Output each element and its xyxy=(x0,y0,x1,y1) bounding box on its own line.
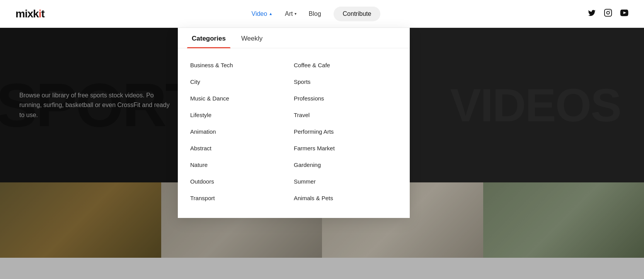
contribute-button[interactable]: Contribute xyxy=(334,7,381,21)
dropdown-item[interactable]: Music & Dance xyxy=(190,91,294,106)
svg-rect-0 xyxy=(605,9,612,16)
dropdown-item[interactable]: Outdoors xyxy=(190,174,294,189)
art-chevron-icon: ▾ xyxy=(295,12,296,16)
logo[interactable]: mixkit xyxy=(15,8,44,20)
dropdown-item[interactable]: Animals & Pets xyxy=(294,191,397,206)
nav-video[interactable]: Video ▲ xyxy=(252,10,273,17)
dropdown-item[interactable]: Nature xyxy=(190,157,294,172)
twitter-icon[interactable] xyxy=(588,9,596,19)
tab-categories[interactable]: Categories xyxy=(187,28,230,48)
dropdown-item[interactable]: Performing Arts xyxy=(294,124,397,139)
video-chevron-icon: ▲ xyxy=(269,12,273,16)
main-nav: Video ▲ Art ▾ Blog Contribute xyxy=(252,7,381,21)
social-icons xyxy=(588,9,629,19)
dropdown-col-right: Coffee & CafeSportsProfessionsTravelPerf… xyxy=(294,58,397,206)
youtube-icon[interactable] xyxy=(620,9,629,19)
dropdown-item[interactable]: Coffee & Cafe xyxy=(294,58,397,73)
dropdown-item[interactable]: Sports xyxy=(294,74,397,89)
dropdown-item[interactable]: Professions xyxy=(294,91,397,106)
dropdown-item[interactable]: Business & Tech xyxy=(190,58,294,73)
dropdown-item[interactable]: Abstract xyxy=(190,141,294,156)
dropdown-item[interactable]: Travel xyxy=(294,107,397,122)
dropdown-item[interactable]: Animation xyxy=(190,124,294,139)
dropdown-content: Business & TechCityMusic & DanceLifestyl… xyxy=(178,48,410,218)
header: mixkit Video ▲ Art ▾ Blog Contribute xyxy=(0,0,644,28)
svg-point-1 xyxy=(607,11,609,14)
dropdown-item[interactable]: Lifestyle xyxy=(190,107,294,122)
dropdown-tabs: Categories Weekly xyxy=(178,28,410,48)
nav-art[interactable]: Art ▾ xyxy=(285,10,296,17)
dropdown-item[interactable]: Summer xyxy=(294,174,397,189)
dropdown-item[interactable]: Farmers Market xyxy=(294,141,397,156)
tab-weekly[interactable]: Weekly xyxy=(237,28,267,48)
dropdown-item[interactable]: City xyxy=(190,74,294,89)
dropdown-menu: Categories Weekly Business & TechCityMus… xyxy=(178,28,410,218)
nav-blog[interactable]: Blog xyxy=(309,10,321,17)
dropdown-item[interactable]: Transport xyxy=(190,191,294,206)
instagram-icon[interactable] xyxy=(604,9,612,19)
dropdown-col-left: Business & TechCityMusic & DanceLifestyl… xyxy=(190,58,294,206)
dropdown-item[interactable]: Gardening xyxy=(294,157,397,172)
svg-point-2 xyxy=(610,10,610,11)
